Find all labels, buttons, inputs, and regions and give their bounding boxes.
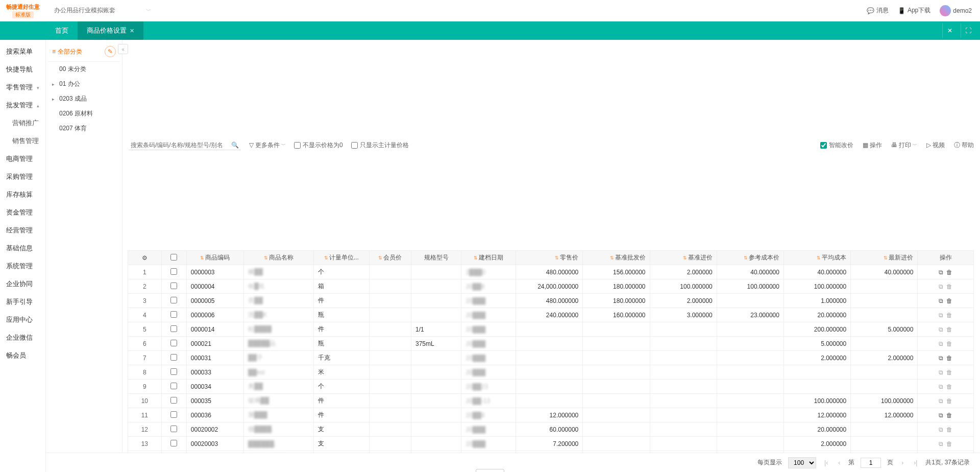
- col-whole[interactable]: ⇅基准批发价: [583, 251, 650, 265]
- delete-icon[interactable]: 🗑: [946, 426, 952, 433]
- nav-item[interactable]: 系统管理: [0, 257, 45, 275]
- search-input[interactable]: [131, 141, 228, 149]
- nav-item[interactable]: 采购管理: [0, 168, 45, 186]
- nav-item[interactable]: 电商管理: [0, 150, 45, 168]
- copy-icon[interactable]: ⧉: [939, 340, 943, 347]
- page-input[interactable]: [861, 458, 881, 468]
- row-checkbox[interactable]: [170, 383, 177, 389]
- nav-item[interactable]: 企业微信: [0, 329, 45, 347]
- workspace-selector[interactable]: 办公用品行业模拟账套 ﹀: [46, 6, 159, 15]
- user-menu[interactable]: demo2: [940, 5, 972, 16]
- row-checkbox[interactable]: [170, 354, 177, 361]
- smart-price-button[interactable]: 智能改价: [820, 141, 853, 150]
- col-refcost[interactable]: ⇅参考成本价: [717, 251, 783, 265]
- delete-icon[interactable]: 🗑: [946, 397, 952, 405]
- delete-icon[interactable]: 🗑: [946, 326, 952, 333]
- delete-icon[interactable]: 🗑: [946, 283, 952, 290]
- app-download-button[interactable]: 📱App下载: [898, 6, 930, 15]
- row-checkbox[interactable]: [170, 368, 177, 375]
- prev-page-button[interactable]: ‹: [836, 459, 842, 466]
- nav-item[interactable]: 应用中心: [0, 311, 45, 329]
- col-select-all[interactable]: [161, 251, 186, 265]
- col-unit[interactable]: ⇅计量单位...: [313, 251, 369, 265]
- copy-icon[interactable]: ⧉: [939, 297, 943, 304]
- last-page-button[interactable]: ›|: [912, 459, 919, 466]
- category-item[interactable]: ▸0203 成品: [48, 91, 120, 106]
- row-checkbox[interactable]: [170, 397, 177, 404]
- close-all-tabs-button[interactable]: ✕: [942, 23, 957, 38]
- copy-icon[interactable]: ⧉: [939, 383, 943, 390]
- nav-item[interactable]: 快捷导航: [0, 61, 45, 79]
- nav-item[interactable]: 库存核算: [0, 186, 45, 204]
- collapse-panel-button[interactable]: «: [118, 44, 128, 54]
- nav-item[interactable]: 销售管理: [0, 132, 45, 150]
- category-item[interactable]: 00 未分类: [48, 62, 120, 77]
- col-name[interactable]: ⇅商品名称: [243, 251, 313, 265]
- only-main-unit-checkbox[interactable]: 只显示主计量价格: [351, 141, 409, 150]
- row-checkbox[interactable]: [170, 340, 177, 346]
- nav-item[interactable]: 经营管理: [0, 222, 45, 240]
- print-button[interactable]: 🖶打印﹀: [891, 141, 917, 150]
- nav-item[interactable]: 新手引导: [0, 293, 45, 311]
- delete-icon[interactable]: 🗑: [946, 340, 952, 347]
- delete-icon[interactable]: 🗑: [946, 369, 952, 376]
- delete-icon[interactable]: 🗑: [946, 269, 952, 276]
- per-page-select[interactable]: 100: [788, 457, 816, 468]
- row-checkbox[interactable]: [170, 282, 177, 289]
- first-page-button[interactable]: |‹: [822, 459, 830, 466]
- delete-icon[interactable]: 🗑: [946, 355, 952, 362]
- col-member[interactable]: ⇅会员价: [369, 251, 411, 265]
- delete-icon[interactable]: 🗑: [946, 297, 952, 304]
- fullscreen-button[interactable]: ⛶: [961, 23, 975, 38]
- row-checkbox[interactable]: [170, 268, 177, 275]
- col-latest[interactable]: ⇅最新进价: [851, 251, 918, 265]
- copy-icon[interactable]: ⧉: [939, 397, 943, 405]
- row-checkbox[interactable]: [170, 311, 177, 318]
- search-icon[interactable]: 🔍: [231, 141, 239, 149]
- nav-item[interactable]: 营销推广: [0, 114, 45, 132]
- copy-icon[interactable]: ⧉: [939, 326, 943, 333]
- copy-icon[interactable]: ⧉: [939, 440, 943, 447]
- delete-icon[interactable]: 🗑: [946, 440, 952, 447]
- nav-item[interactable]: 基础信息: [0, 240, 45, 257]
- category-item[interactable]: 0207 体育: [48, 121, 120, 136]
- tab-home[interactable]: 首页: [46, 21, 78, 40]
- delete-icon[interactable]: 🗑: [946, 412, 952, 419]
- category-item[interactable]: 0206 原材料: [48, 106, 120, 121]
- col-code[interactable]: ⇅商品编码: [186, 251, 243, 265]
- copy-icon[interactable]: ⧉: [939, 283, 943, 290]
- next-page-button[interactable]: ›: [899, 459, 905, 466]
- nav-item[interactable]: 零售管理▾: [0, 79, 45, 97]
- copy-icon[interactable]: ⧉: [939, 312, 943, 319]
- messages-button[interactable]: 💬消息: [867, 6, 889, 15]
- row-checkbox[interactable]: [170, 325, 177, 332]
- col-date[interactable]: ⇅建档日期: [461, 251, 516, 265]
- delete-icon[interactable]: 🗑: [946, 312, 952, 319]
- video-button[interactable]: ▷视频: [926, 141, 945, 150]
- row-checkbox[interactable]: [170, 297, 177, 303]
- hide-zero-checkbox[interactable]: 不显示价格为0: [294, 141, 343, 150]
- tab-product-price[interactable]: 商品价格设置 ✕: [78, 21, 143, 40]
- nav-item[interactable]: 资金管理: [0, 204, 45, 222]
- edit-categories-button[interactable]: ✎: [105, 46, 116, 57]
- col-settings[interactable]: ⚙: [128, 251, 162, 265]
- row-checkbox[interactable]: [170, 411, 177, 418]
- row-checkbox[interactable]: [170, 426, 177, 432]
- more-filters-button[interactable]: ▽更多条件﹀: [249, 141, 286, 150]
- col-spec[interactable]: 规格型号: [411, 251, 461, 265]
- col-purchase[interactable]: ⇅基准进价: [650, 251, 717, 265]
- close-icon[interactable]: ✕: [130, 28, 134, 34]
- copy-icon[interactable]: ⧉: [939, 412, 943, 419]
- col-retail[interactable]: ⇅零售价: [516, 251, 583, 265]
- help-button[interactable]: ⓘ帮助: [954, 141, 974, 150]
- nav-item[interactable]: 畅会员: [0, 347, 45, 365]
- search-box[interactable]: 🔍: [129, 140, 241, 150]
- nav-search[interactable]: 搜索菜单: [0, 43, 45, 61]
- copy-icon[interactable]: ⧉: [939, 369, 943, 376]
- nav-item[interactable]: 批发管理▴: [0, 97, 45, 114]
- col-avgcost[interactable]: ⇅平均成本: [783, 251, 850, 265]
- row-checkbox[interactable]: [170, 440, 177, 446]
- category-item[interactable]: ▸01 办公: [48, 77, 120, 91]
- copy-icon[interactable]: ⧉: [939, 355, 943, 362]
- copy-icon[interactable]: ⧉: [939, 426, 943, 433]
